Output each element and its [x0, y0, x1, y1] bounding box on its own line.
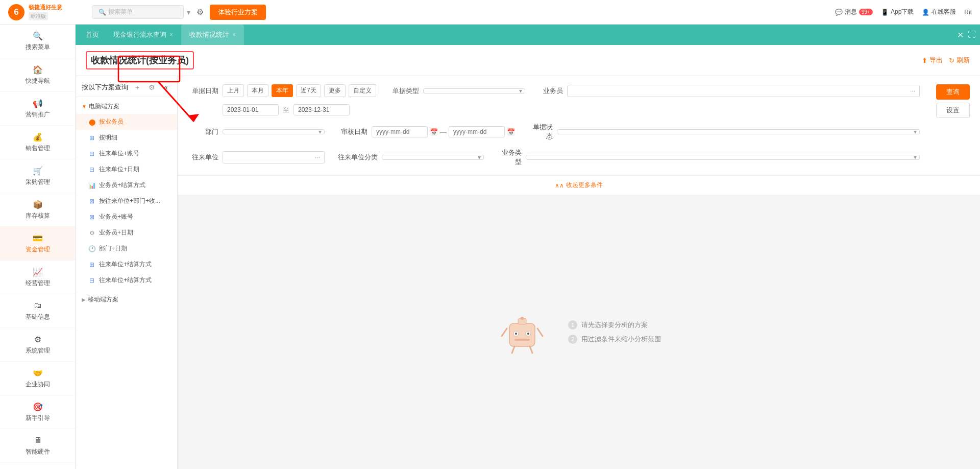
- scheme-panel-header: 按以下方案查询 + ⚙ «: [76, 76, 177, 97]
- sidebar-item-system[interactable]: ⚙ 系统管理: [0, 328, 75, 362]
- scheme-item-salesperson-account[interactable]: ⊠ 业务员+账号: [76, 209, 177, 225]
- collapse-bar[interactable]: ∧∧ 收起更多条件: [178, 175, 980, 195]
- counterparty-more-dots[interactable]: ···: [315, 154, 320, 161]
- query-button[interactable]: 查询: [936, 84, 970, 100]
- biz-type-select[interactable]: [526, 155, 920, 160]
- sidebar-item-enterprise-wechat[interactable]: 💬 企业微信: [0, 463, 75, 469]
- date-btn-custom[interactable]: 自定义: [349, 84, 376, 97]
- scheme-item-detail[interactable]: ⊞ 按明细: [76, 130, 177, 146]
- tab-expand-icon[interactable]: ⛶: [968, 30, 976, 39]
- sidebar-item-quicknav[interactable]: 🏠 快捷导航: [0, 58, 75, 92]
- sidebar-item-smart-hardware[interactable]: 🖥 智能硬件: [0, 429, 75, 463]
- svg-rect-5: [514, 339, 530, 341]
- scheme-item-salesperson-date[interactable]: ⚙ 业务员+日期: [76, 225, 177, 241]
- voucher-status-select[interactable]: [557, 129, 920, 134]
- counterparty-category-label: 往来单位分类: [337, 153, 378, 162]
- dept-select[interactable]: [223, 129, 325, 134]
- tab-cashflow[interactable]: 现金银行流水查询 ×: [105, 25, 181, 45]
- date-from-input[interactable]: [223, 104, 279, 115]
- page-header: 收款情况统计(按业务员) ⬆ 导出 ↻ 刷新: [76, 45, 980, 76]
- tab-receivable-stats[interactable]: 收款情况统计 ×: [181, 25, 244, 45]
- scheme-item-icon: ⊞: [88, 134, 96, 142]
- scheme-group-label: 移动端方案: [88, 295, 118, 304]
- service-icon: 👤: [922, 9, 929, 16]
- scheme-group-mobile-title[interactable]: ▶ 移动端方案: [76, 292, 177, 307]
- online-service-action[interactable]: 👤 在线客服: [922, 8, 956, 16]
- scheme-settings-icon[interactable]: ⚙: [146, 82, 157, 92]
- sidebar-item-enterprise-collab[interactable]: 🤝 企业协同: [0, 362, 75, 395]
- sidebar-item-inventory[interactable]: 📦 库存核算: [0, 193, 75, 227]
- basic-info-icon: 🗂: [33, 300, 43, 311]
- scheme-item-label: 按往来单位+部门+收...: [99, 197, 160, 205]
- settings-button[interactable]: 设置: [936, 103, 970, 118]
- tab-home[interactable]: 首页: [80, 30, 105, 39]
- sidebar-item-basic-info[interactable]: 🗂 基础信息: [0, 294, 75, 328]
- empty-steps: 1 请先选择要分析的方案 2 用过滤条件来缩小分析范围: [568, 320, 661, 344]
- sidebar-item-label: 智能硬件: [26, 448, 50, 456]
- scheme-item-dept-date[interactable]: 🕐 部门+日期: [76, 241, 177, 256]
- trial-button[interactable]: 体验行业方案: [210, 5, 266, 20]
- date-btn-this-month[interactable]: 本月: [247, 84, 268, 97]
- collab-icon: 🤝: [33, 368, 43, 378]
- sidebar-item-sales[interactable]: 💰 销售管理: [0, 126, 75, 159]
- salesperson-more-dots[interactable]: ···: [910, 87, 915, 95]
- user-action[interactable]: Rit: [964, 9, 972, 16]
- scheme-item-label: 往来单位+结算方式: [99, 276, 152, 285]
- scheme-item-by-salesperson[interactable]: ⬤ 按业务员: [76, 114, 177, 130]
- app-download-action[interactable]: 📱 App下载: [881, 8, 914, 16]
- scheme-item-unit-date[interactable]: ⊟ 往来单位+日期: [76, 161, 177, 177]
- counterparty-category-row: 往来单位分类 ▾: [337, 153, 484, 162]
- voucher-status-label: 单据状态: [527, 123, 553, 141]
- date-btn-more[interactable]: 更多: [324, 84, 346, 97]
- voucher-type-select[interactable]: [423, 88, 525, 93]
- app-download-label: App下载: [891, 8, 914, 16]
- sidebar-item-search[interactable]: 🔍 搜索菜单: [0, 25, 75, 58]
- scheme-item-unit-account[interactable]: ⊟ 往来单位+账号: [76, 146, 177, 161]
- sidebar-item-label: 快捷导航: [26, 77, 50, 85]
- filter-panel: 单据日期 上月 本月 本年 近7天 更多 自定义: [178, 76, 980, 469]
- scheme-item-salesperson-settle[interactable]: 📊 业务员+结算方式: [76, 177, 177, 193]
- scheme-item-unit-settle1[interactable]: ⊞ 往来单位+结算方式: [76, 256, 177, 272]
- refresh-button[interactable]: ↻ 刷新: [949, 56, 970, 65]
- collapse-label: 收起更多条件: [566, 181, 603, 190]
- main-content: 按以下方案查询 + ⚙ « ▼ 电脑端方案 ⬤ 按业务员: [76, 76, 980, 469]
- calendar-icon1[interactable]: 📅: [430, 128, 438, 136]
- calendar-icon2[interactable]: 📅: [507, 128, 515, 136]
- scheme-item-unit-dept-collect[interactable]: ⊠ 按往来单位+部门+收...: [76, 193, 177, 209]
- counterparty-category-select[interactable]: [382, 155, 484, 160]
- scheme-group-desktop-title[interactable]: ▼ 电脑端方案: [76, 99, 177, 114]
- message-action[interactable]: 💬 消息 99+: [835, 8, 873, 16]
- review-date-from-input[interactable]: [372, 126, 428, 137]
- sidebar-item-operations[interactable]: 📈 经营管理: [0, 261, 75, 294]
- export-button[interactable]: ⬆ 导出: [922, 56, 943, 65]
- date-btn-7days[interactable]: 近7天: [296, 84, 321, 97]
- tab-cashflow-label: 现金银行流水查询: [113, 30, 166, 39]
- message-label: 消息: [845, 8, 857, 16]
- sidebar-item-label: 营销推广: [26, 110, 50, 119]
- step-num-1: 1: [568, 320, 577, 330]
- tab-close-all-icon[interactable]: ✕: [957, 30, 964, 40]
- tab-cashflow-close[interactable]: ×: [169, 31, 173, 38]
- date-btn-last-month[interactable]: 上月: [223, 84, 244, 97]
- scheme-item-icon: ⚙: [88, 229, 96, 237]
- scheme-add-icon[interactable]: +: [132, 82, 142, 92]
- date-to-input[interactable]: [293, 104, 350, 115]
- sidebar-item-purchase[interactable]: 🛒 采购管理: [0, 159, 75, 193]
- sidebar-item-newbie[interactable]: 🎯 新手引导: [0, 395, 75, 429]
- review-date-to-input[interactable]: [449, 126, 505, 137]
- top-header: 6 畅捷通好生意 标准版 🔍 搜索菜单 ▾ ⚙ 体验行业方案 💬 消息 99+ …: [0, 0, 980, 25]
- filter-area: 单据日期 上月 本月 本年 近7天 更多 自定义: [178, 76, 980, 175]
- tab-receivable-close[interactable]: ×: [232, 31, 236, 38]
- date-btn-this-year[interactable]: 本年: [272, 84, 293, 97]
- scheme-item-unit-settle2[interactable]: ⊟ 往来单位+结算方式: [76, 272, 177, 288]
- sidebar-item-finance[interactable]: 💳 资金管理: [0, 227, 75, 261]
- page-title: 收款情况统计(按业务员): [86, 51, 194, 69]
- sidebar-item-marketing[interactable]: 📢 营销推广: [0, 92, 75, 126]
- counterparty-input[interactable]: ···: [223, 151, 325, 163]
- app-name: 畅捷通好生意: [29, 4, 62, 11]
- salesperson-input[interactable]: ···: [567, 85, 920, 97]
- settings-gear[interactable]: ⚙: [197, 7, 204, 17]
- search-dropdown-icon[interactable]: ▾: [187, 8, 190, 16]
- scheme-collapse-icon[interactable]: «: [161, 82, 171, 92]
- svg-line-9: [537, 329, 543, 336]
